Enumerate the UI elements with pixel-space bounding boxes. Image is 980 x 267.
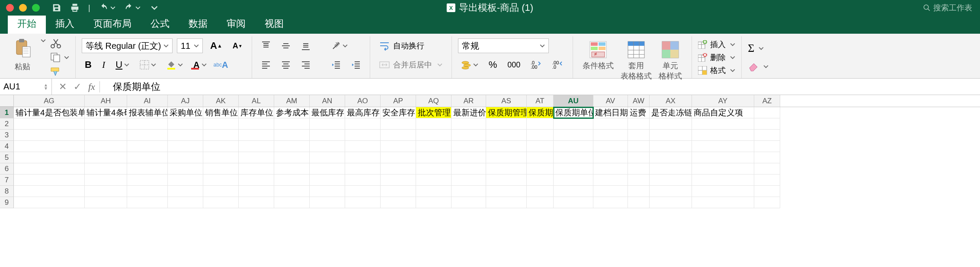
cell-AW9[interactable]	[628, 197, 650, 208]
cell-AN4[interactable]	[310, 141, 345, 152]
cell-AG6[interactable]	[14, 163, 85, 175]
cell-AW3[interactable]	[628, 130, 650, 141]
column-header-AV[interactable]: AV	[593, 95, 628, 107]
cell-AM3[interactable]	[274, 130, 310, 141]
spreadsheet-grid[interactable]: AGAHAIAJAKALAMANAOAPAQARASATAUAVAWAXAYAZ…	[0, 95, 980, 208]
cell-AM8[interactable]	[274, 186, 310, 197]
cell-AX4[interactable]	[650, 141, 692, 152]
cell-AN9[interactable]	[310, 197, 345, 208]
print-icon[interactable]	[70, 3, 80, 13]
cell-AZ4[interactable]	[754, 141, 780, 152]
cell-AH5[interactable]	[85, 152, 127, 163]
cell-AJ7[interactable]	[168, 175, 203, 186]
cell-AT2[interactable]	[527, 118, 554, 130]
column-header-AX[interactable]: AX	[650, 95, 692, 107]
cell-AY1[interactable]: 商品自定义项	[692, 107, 754, 118]
cell-AJ2[interactable]	[168, 118, 203, 130]
cell-AN6[interactable]	[310, 163, 345, 175]
increase-decimal-button[interactable]: .0.00	[528, 58, 545, 72]
cancel-formula-button[interactable]: ✕	[59, 81, 67, 92]
cell-AW8[interactable]	[628, 186, 650, 197]
format-painter-button[interactable]	[50, 66, 62, 76]
search-box[interactable]: 搜索工作表	[923, 3, 972, 13]
wrap-text-button[interactable]: 自动换行	[376, 38, 427, 53]
cell-AW1[interactable]: 运费	[628, 107, 650, 118]
cell-AH9[interactable]	[85, 197, 127, 208]
cell-AW5[interactable]	[628, 152, 650, 163]
cell-AP7[interactable]	[381, 175, 416, 186]
cell-AL1[interactable]: 库存单位	[239, 107, 274, 118]
column-header-AI[interactable]: AI	[127, 95, 168, 107]
cell-AK1[interactable]: 销售单位	[203, 107, 239, 118]
tab-插入[interactable]: 插入	[46, 14, 84, 34]
cell-AU7[interactable]	[554, 175, 593, 186]
tab-审阅[interactable]: 审阅	[217, 14, 255, 34]
cell-AI9[interactable]	[127, 197, 168, 208]
row-header-5[interactable]: 5	[0, 152, 14, 163]
cell-AT1[interactable]: 保质期	[527, 107, 554, 118]
cell-AY3[interactable]	[692, 130, 754, 141]
cell-AM5[interactable]	[274, 152, 310, 163]
cell-AR2[interactable]	[452, 118, 486, 130]
cell-AX2[interactable]	[650, 118, 692, 130]
cell-AN7[interactable]	[310, 175, 345, 186]
cell-AS9[interactable]	[486, 197, 527, 208]
cell-AG8[interactable]	[14, 186, 85, 197]
cell-AQ8[interactable]	[416, 186, 452, 197]
cell-AQ9[interactable]	[416, 197, 452, 208]
cell-AP5[interactable]	[381, 152, 416, 163]
row-header-1[interactable]: 1	[0, 107, 14, 118]
cell-AM1[interactable]: 参考成本	[274, 107, 310, 118]
cell-AT3[interactable]	[527, 130, 554, 141]
cell-AZ1[interactable]	[754, 107, 780, 118]
row-header-6[interactable]: 6	[0, 163, 14, 175]
column-header-AM[interactable]: AM	[274, 95, 310, 107]
cell-AI4[interactable]	[127, 141, 168, 152]
cell-AI7[interactable]	[127, 175, 168, 186]
name-box[interactable]: AU1 ▲▼	[0, 79, 52, 95]
cell-AP1[interactable]: 安全库存	[381, 107, 416, 118]
copy-button[interactable]	[50, 52, 69, 63]
cell-AX5[interactable]	[650, 152, 692, 163]
tab-页面布局[interactable]: 页面布局	[84, 14, 141, 34]
column-header-AS[interactable]: AS	[486, 95, 527, 107]
cell-AG5[interactable]	[14, 152, 85, 163]
cell-AU3[interactable]	[554, 130, 593, 141]
cell-AV2[interactable]	[593, 118, 628, 130]
cell-AH8[interactable]	[85, 186, 127, 197]
cell-AQ5[interactable]	[416, 152, 452, 163]
cell-AY6[interactable]	[692, 163, 754, 175]
cell-AU5[interactable]	[554, 152, 593, 163]
tab-开始[interactable]: 开始	[8, 14, 46, 34]
cell-AZ2[interactable]	[754, 118, 780, 130]
cell-AX8[interactable]	[650, 186, 692, 197]
cell-AO1[interactable]: 最高库存	[345, 107, 381, 118]
cell-AL5[interactable]	[239, 152, 274, 163]
cell-AP8[interactable]	[381, 186, 416, 197]
font-name-select[interactable]: 等线 Regular (正文)	[82, 38, 173, 53]
cell-AY9[interactable]	[692, 197, 754, 208]
cell-AJ6[interactable]	[168, 163, 203, 175]
cell-AZ8[interactable]	[754, 186, 780, 197]
column-header-AO[interactable]: AO	[345, 95, 381, 107]
fill-color-button[interactable]	[163, 58, 186, 72]
cell-AY7[interactable]	[692, 175, 754, 186]
column-header-AQ[interactable]: AQ	[416, 95, 452, 107]
orientation-button[interactable]: ab	[328, 39, 351, 53]
cell-AI2[interactable]	[127, 118, 168, 130]
cell-AI8[interactable]	[127, 186, 168, 197]
column-header-AZ[interactable]: AZ	[754, 95, 780, 107]
save-icon[interactable]	[52, 3, 61, 13]
cell-AK3[interactable]	[203, 130, 239, 141]
cell-AK6[interactable]	[203, 163, 239, 175]
cell-AQ6[interactable]	[416, 163, 452, 175]
cell-AN3[interactable]	[310, 130, 345, 141]
select-all-corner[interactable]	[0, 95, 14, 107]
column-header-AP[interactable]: AP	[381, 95, 416, 107]
percent-button[interactable]: %	[486, 57, 500, 73]
cell-AS3[interactable]	[486, 130, 527, 141]
decrease-indent-button[interactable]	[328, 58, 344, 72]
cell-AI1[interactable]: 报表辅单位	[127, 107, 168, 118]
cell-AX6[interactable]	[650, 163, 692, 175]
align-center-button[interactable]	[278, 58, 294, 72]
